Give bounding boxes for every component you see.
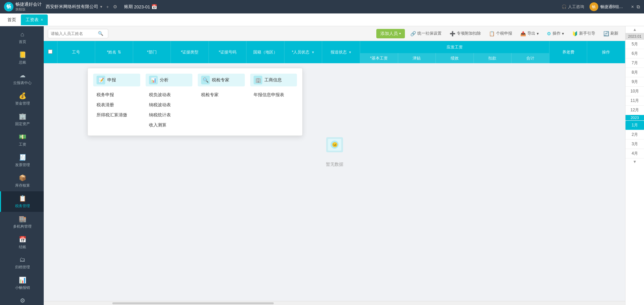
close-window-icon[interactable]: × — [631, 4, 634, 9]
month-11[interactable]: 11月 — [626, 96, 644, 106]
dropdown-menu: 📝 申报 税务申报 税表清册 所得税汇算清缴 — [44, 68, 625, 136]
col-checkbox[interactable] — [44, 41, 57, 63]
sidebar-item-assets[interactable]: 🏢 固定资产 — [0, 109, 44, 130]
scrollbar-thumb[interactable] — [112, 302, 274, 304]
logo-subtitle: 旗舰版 — [15, 7, 42, 12]
restore-window-icon[interactable]: ⧉ — [637, 4, 640, 10]
user-info[interactable]: 畅 畅捷通B组… — [590, 2, 623, 11]
select-all-checkbox[interactable] — [48, 49, 52, 54]
sidebar-label-assets: 固定资产 — [15, 121, 30, 126]
logo: 畅 畅捷通好会计 旗舰版 — [4, 2, 44, 12]
operate-icon: ⚙ — [547, 31, 551, 36]
sidebar-item-settings[interactable]: ⚙ 基础设置 — [0, 294, 44, 305]
guide-toolbar-icon: 🔰 — [572, 31, 578, 36]
month-4[interactable]: 4月 — [626, 149, 644, 158]
invoice-icon: 🧾 — [19, 154, 26, 161]
month-6[interactable]: 6月 — [626, 49, 644, 59]
col-action: 操作 — [587, 41, 625, 63]
sidebar-item-multi[interactable]: 🏬 多机构管理 — [0, 212, 44, 232]
dropdown-item-annual-report[interactable]: 年报信息申报表 — [250, 90, 297, 100]
search-wrap: 🔍 — [48, 29, 108, 38]
settings-icon[interactable]: ⚙ — [113, 4, 117, 9]
sidebar-label-fund: 资金管理 — [15, 101, 30, 106]
dropdown-item-income-calc[interactable]: 所得税汇算清缴 — [93, 110, 140, 120]
table-area: 工号 *姓名 ⇅ *部门 *证据类型 *证据号码 国籍（地区） *人员状态 ▼ … — [44, 41, 625, 301]
month-7[interactable]: 7月 — [626, 59, 644, 68]
col-performance: 绩效 — [436, 53, 474, 63]
dropdown-item-tax-wave[interactable]: 税负波动表 — [146, 90, 193, 100]
sidebar-item-invoice[interactable]: 🧾 发票管理 — [0, 150, 44, 171]
sidebar-label-salary: 工资 — [19, 142, 26, 147]
calendar-icon: 📅 — [151, 4, 157, 9]
export-button[interactable]: 📤 导出 ▾ — [518, 29, 541, 38]
sidebar-item-salary[interactable]: 💵 工资 — [0, 130, 44, 150]
add-person-arrow: ▾ — [399, 32, 401, 35]
month-9[interactable]: 9月 — [626, 77, 644, 87]
month-3[interactable]: 3月 — [626, 140, 644, 149]
add-person-button[interactable]: 添加人员 ▾ — [376, 29, 405, 38]
col-allowance: 津贴 — [398, 53, 436, 63]
month-1-active[interactable]: 1月 — [626, 121, 644, 130]
refresh-button[interactable]: 🔄 刷新 — [601, 29, 621, 38]
sidebar-item-cloud[interactable]: ☁ 云报表中心 — [0, 68, 44, 89]
operate-button[interactable]: ⚙ 操作 ▾ — [544, 29, 567, 38]
search-icon: 🔍 — [98, 31, 103, 36]
section-biz-label: 工商信息 — [264, 77, 282, 83]
company-selector[interactable]: 西安虾米网络科技有限公司 ▾ + ⚙ — [46, 4, 117, 10]
salary-table: 工号 *姓名 ⇅ *部门 *证据类型 *证据号码 国籍（地区） *人员状态 ▼ … — [44, 41, 625, 63]
assets-icon: 🏢 — [19, 113, 26, 120]
sidebar-label-cloud: 云报表中心 — [13, 80, 32, 85]
sidebar-item-inventory[interactable]: 📦 库存核算 — [0, 171, 44, 191]
dropdown-item-tax-clear[interactable]: 税表清册 — [93, 100, 140, 110]
month-10[interactable]: 10月 — [626, 87, 644, 96]
col-cert-no: *证据号码 — [209, 41, 247, 63]
section-title-expert: 🔍 税检专家 — [198, 74, 245, 86]
sidebar-item-ledger[interactable]: 📒 总账 — [0, 48, 44, 68]
horizontal-scrollbar[interactable] — [44, 301, 625, 305]
sidebar-label-tax: 税务管理 — [15, 203, 30, 208]
sidebar-item-fund[interactable]: 💰 资金管理 — [0, 89, 44, 109]
service-button[interactable]: 🎧 人工咨询 — [562, 4, 584, 10]
social-insurance-button[interactable]: 🔗 统一社保设置 — [408, 29, 444, 38]
right-panel-down[interactable]: ▼ — [626, 158, 644, 165]
col-total: 合计 — [512, 53, 550, 63]
right-panel-up[interactable]: ▲ — [626, 26, 644, 33]
guide-button[interactable]: 🔰 新手引导 — [569, 29, 598, 38]
tax-report-icon: 📋 — [489, 31, 495, 36]
tab-close-icon[interactable]: × — [41, 17, 43, 22]
export-arrow: ▾ — [537, 31, 539, 36]
operate-arrow: ▾ — [562, 31, 564, 36]
dropdown-item-income-calc2[interactable]: 收入测算 — [146, 120, 193, 130]
main-layout: ⌂ 首页 📒 总账 ☁ 云报表中心 💰 资金管理 🏢 固定资产 💵 工资 🧾 发… — [0, 26, 644, 305]
month-8[interactable]: 8月 — [626, 68, 644, 77]
month-12[interactable]: 12月 — [626, 106, 644, 115]
dropdown-section-analysis: 📊 分析 税负波动表 纳税波动表 纳税统计表 收入测算 — [146, 74, 193, 130]
dropdown-item-taxpay-wave[interactable]: 纳税波动表 — [146, 100, 193, 110]
special-icon: ➕ — [450, 31, 455, 36]
sidebar-item-report[interactable]: 📊 小畅报销 — [0, 273, 44, 294]
report-icon: 📊 — [19, 276, 26, 284]
sidebar-item-close[interactable]: 📅 结账 — [0, 232, 44, 253]
sidebar-item-tax[interactable]: 📋 税务管理 — [0, 191, 44, 212]
add-company-icon[interactable]: + — [106, 4, 109, 9]
dropdown-item-tax-declare[interactable]: 税务申报 — [93, 90, 140, 100]
special-deduction-button[interactable]: ➕ 专项附加扣除 — [447, 29, 484, 38]
period-selector[interactable]: 账期 2023-01 📅 — [124, 4, 157, 10]
month-5[interactable]: 5月 — [626, 40, 644, 49]
tab-salary[interactable]: 工资表 × — [21, 14, 48, 25]
month-2[interactable]: 2月 — [626, 130, 644, 140]
user-name: 畅捷通B组… — [600, 4, 623, 10]
section-analysis-label: 分析 — [160, 77, 168, 83]
home-icon: ⌂ — [21, 31, 24, 38]
refresh-label: 刷新 — [610, 31, 618, 36]
dropdown-item-expert[interactable]: 税检专家 — [198, 90, 245, 100]
tab-home[interactable]: 首页 — [3, 14, 21, 25]
section-title-biz: 🏢 工商信息 — [250, 74, 297, 86]
search-input[interactable] — [51, 31, 98, 36]
col-base-salary: *基本工资 — [360, 53, 398, 63]
avatar: 畅 — [590, 2, 598, 11]
dropdown-item-tax-stat[interactable]: 纳税统计表 — [146, 110, 193, 120]
sidebar-item-home[interactable]: ⌂ 首页 — [0, 28, 44, 48]
sidebar-item-archive[interactable]: 🗂 归档管理 — [0, 253, 44, 273]
tax-report-button[interactable]: 📋 个税申报 — [486, 29, 515, 38]
